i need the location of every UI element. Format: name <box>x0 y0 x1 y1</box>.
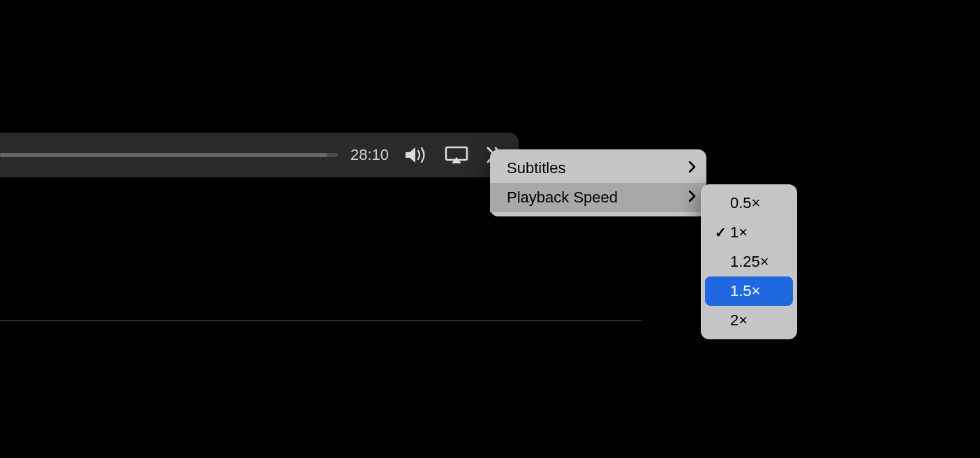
playback-speed-submenu: 0.5× ✓ 1× 1.25× 1.5× 2× <box>701 184 797 339</box>
video-control-bar: 28:10 <box>0 133 519 177</box>
volume-icon[interactable] <box>404 145 428 165</box>
menu-item-playback-speed[interactable]: Playback Speed <box>490 183 706 212</box>
menu-item-subtitles[interactable]: Subtitles <box>490 154 706 183</box>
menu-item-label: Playback Speed <box>507 189 618 207</box>
speed-option-1-5x[interactable]: 1.5× <box>705 276 793 306</box>
progress-bar[interactable] <box>0 153 338 157</box>
divider-line <box>0 320 642 321</box>
speed-option-1-25x[interactable]: 1.25× <box>705 247 793 276</box>
speed-option-2x[interactable]: 2× <box>705 306 793 335</box>
time-remaining-label: 28:10 <box>350 146 389 164</box>
context-menu: Subtitles Playback Speed <box>490 149 706 216</box>
speed-option-label: 2× <box>730 311 748 330</box>
airplay-icon[interactable] <box>445 145 468 165</box>
checkmark-icon: ✓ <box>715 224 730 241</box>
speed-option-1x[interactable]: ✓ 1× <box>705 218 793 247</box>
speed-option-label: 0.5× <box>730 194 760 212</box>
menu-item-label: Subtitles <box>507 159 565 177</box>
progress-fill <box>0 153 327 157</box>
speed-option-label: 1.5× <box>730 282 760 300</box>
chevron-right-icon <box>688 159 697 177</box>
chevron-right-icon <box>688 189 697 207</box>
speed-option-label: 1.25× <box>730 253 769 271</box>
speed-option-0-5x[interactable]: 0.5× <box>705 189 793 218</box>
speed-option-label: 1× <box>730 223 748 242</box>
